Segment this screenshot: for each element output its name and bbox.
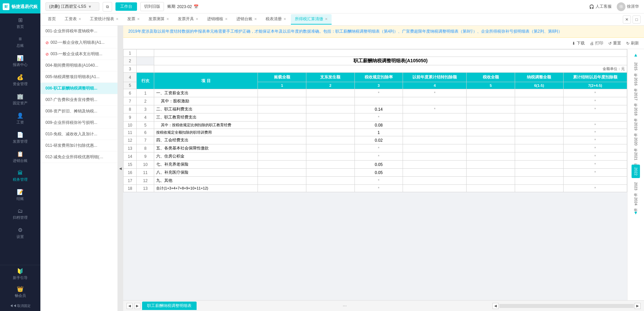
sidebar-item-tax[interactable]: 🏛 税务管理 bbox=[0, 167, 40, 185]
restore-button[interactable]: □ bbox=[633, 15, 641, 24]
tab-salary-report[interactable]: 工资统计报表 ✕ bbox=[86, 14, 123, 25]
tab-home[interactable]: 首页 bbox=[44, 14, 60, 25]
download-button[interactable]: ⬇ 下载 bbox=[572, 40, 585, 46]
tab-invoice-calc[interactable]: 发票测算 ✕ bbox=[144, 14, 173, 25]
sidebar-item-invoice[interactable]: 📄 发票管理 bbox=[0, 128, 40, 147]
copy-icon[interactable]: ⧉ bbox=[103, 2, 112, 11]
form-item-007[interactable]: 007-广告费和业务宣传费明... bbox=[40, 94, 117, 106]
year-2022[interactable]: 2022年 bbox=[632, 165, 640, 178]
tab-tax-annual-close[interactable]: ✕ bbox=[325, 17, 328, 21]
sidebar-label-home: 首页 bbox=[16, 24, 24, 29]
table-row: 2 职工薪酬纳税调整明细表(A105050) bbox=[124, 57, 627, 65]
workbench-button[interactable]: 工作台 bbox=[115, 2, 137, 11]
sidebar-item-finance[interactable]: 💰 资金管理 bbox=[0, 71, 40, 90]
year-2018[interactable]: 2018年 bbox=[632, 105, 640, 118]
tab-invoice-issue-label: 发票开具 bbox=[178, 16, 194, 22]
year-2020[interactable]: 2020年 bbox=[632, 135, 640, 148]
year-2021[interactable]: 2021年 bbox=[632, 149, 640, 163]
download-label: 下载 bbox=[577, 40, 585, 46]
sidebar-item-report[interactable]: 📊 报表中心 bbox=[0, 51, 40, 71]
tab-audit[interactable]: 进销稽核 ✕ bbox=[203, 14, 232, 25]
username: 徐涯华 bbox=[627, 4, 639, 9]
download-icon: ⬇ bbox=[572, 41, 575, 46]
tab-salary[interactable]: 工资表 ✕ bbox=[61, 14, 85, 25]
close-all-button[interactable]: ✕ bbox=[623, 15, 631, 24]
tab-invoice-issue[interactable]: 发票开具 ✕ bbox=[174, 14, 202, 25]
form-item-002[interactable]: ⊘ 002-一般企业收入明细表(A1... bbox=[40, 37, 117, 48]
bottom-tab-active[interactable]: 职工薪酬纳税调整明细表 bbox=[142, 302, 197, 310]
print-button[interactable]: 🖨 打印 bbox=[590, 40, 603, 46]
form-item-010[interactable]: 010-免税、减收收入及加计... bbox=[40, 129, 117, 140]
year-2019[interactable]: 2019年 bbox=[632, 119, 640, 133]
old-version-button[interactable]: 切到旧版 bbox=[140, 2, 164, 11]
tab-invoice-close[interactable]: ✕ bbox=[137, 17, 140, 21]
tab-salary-close[interactable]: ✕ bbox=[78, 17, 81, 21]
form-item-012-label: 012-减免企业所得税优惠明细(… bbox=[45, 154, 103, 160]
tab-tax-annual[interactable]: 所得税汇算清缴 ✕ bbox=[291, 14, 332, 25]
form-item-011[interactable]: 011-研发费用加计扣除优惠... bbox=[40, 140, 117, 151]
year-nav-down[interactable]: ▼ bbox=[632, 209, 640, 217]
year-2016[interactable]: 2016年 bbox=[632, 75, 640, 88]
form-item-012[interactable]: 012-减免企业所得税优惠明细(… bbox=[40, 151, 117, 163]
sidebar-label-report: 报表中心 bbox=[13, 62, 28, 67]
col-header-c: 账载全额 bbox=[258, 73, 306, 82]
tab-ledger[interactable]: 进销台账 ✕ bbox=[232, 14, 261, 25]
tab-audit-close[interactable]: ✕ bbox=[225, 17, 228, 21]
refresh-button[interactable]: ↻ 刷新 bbox=[626, 40, 639, 46]
scroll-right-button[interactable]: ▶ bbox=[134, 303, 140, 309]
sidebar-item-purchase-sales[interactable]: 📋 进销台账 bbox=[0, 147, 40, 167]
year-2024[interactable]: 2024年 bbox=[632, 195, 640, 208]
sidebar-item-closing[interactable]: 📝 结账 bbox=[0, 185, 40, 205]
table-row: 14 9 六、住房公积金 * * bbox=[124, 152, 627, 161]
support-label: 人工客服 bbox=[596, 4, 612, 9]
scroll-left-button[interactable]: ◀ bbox=[127, 303, 133, 309]
unpin-button[interactable]: ◀◀ 取消固定 bbox=[0, 301, 40, 311]
h-scrollbar[interactable] bbox=[499, 304, 634, 308]
form-item-009-label: 009-企业所得税弥补亏损明... bbox=[45, 120, 97, 126]
sidebar-item-assets[interactable]: 🏢 固定资产 bbox=[0, 90, 40, 109]
user-profile[interactable]: 徐 徐涯华 bbox=[617, 2, 639, 11]
sidebar-item-archive[interactable]: 🗂 归档管理 bbox=[0, 205, 40, 223]
year-nav-up[interactable]: ▲ bbox=[632, 51, 640, 59]
form-item-008[interactable]: 008-资产折旧、摊销及纳税... bbox=[40, 106, 117, 117]
form-item-005[interactable]: 005-纳税调整项目明细表(A1... bbox=[40, 71, 117, 83]
sidebar-item-guide[interactable]: 🔰 新手引导 bbox=[0, 265, 40, 283]
tab-invoice-issue-close[interactable]: ✕ bbox=[196, 17, 198, 21]
tab-salary-report-close[interactable]: ✕ bbox=[116, 17, 118, 21]
sidebar-label-member: 畅会员 bbox=[15, 293, 26, 298]
year-2015[interactable]: 2015年 bbox=[632, 60, 640, 73]
form-item-003[interactable]: ⊘ 003-一般企业成本支出明细... bbox=[40, 48, 117, 60]
tab-tax-list[interactable]: 税表清册 ✕ bbox=[262, 14, 290, 25]
sidebar-label-salary: 工资 bbox=[16, 120, 24, 125]
sidebar-item-home[interactable]: ⊞ 首页 bbox=[0, 13, 40, 33]
table-row: 12 7 四、工会经费支出 0.02 * bbox=[124, 136, 627, 144]
form-item-001[interactable]: 001-企业所得税年度纳税申... bbox=[40, 26, 117, 37]
form-item-004[interactable]: 004-期间费用明细表(A1040... bbox=[40, 60, 117, 71]
collapse-button[interactable]: ◀ bbox=[118, 26, 123, 311]
form-item-009[interactable]: 009-企业所得税弥补亏损明... bbox=[40, 117, 117, 129]
company-selector[interactable]: (勿删) 江西碧宝-LSS ▼ bbox=[45, 2, 99, 11]
sidebar-item-ledger[interactable]: ≡ 总账 bbox=[0, 33, 40, 51]
form-item-006[interactable]: 006-职工薪酬纳税调整明细... bbox=[40, 83, 117, 94]
form-item-002-label: 002-一般企业收入明细表(A1... bbox=[50, 40, 105, 45]
tab-tax-list-close[interactable]: ✕ bbox=[283, 17, 286, 21]
tab-invoice[interactable]: 发票 ✕ bbox=[123, 14, 144, 25]
h-scroll-left[interactable]: ◀ bbox=[493, 303, 499, 309]
more-icon[interactable]: ⋯ bbox=[343, 304, 347, 308]
tax-icon: 🏛 bbox=[18, 170, 23, 176]
reset-button[interactable]: ↺ 重置 bbox=[608, 40, 621, 46]
spreadsheet-content: 1 2 职工薪酬纳税调整明细表(A105050) 3 bbox=[123, 49, 627, 300]
sidebar-item-salary[interactable]: 👤 工资 bbox=[0, 109, 40, 128]
header-right: 🎧 人工客服 徐 徐涯华 bbox=[589, 2, 639, 11]
tab-salary-report-label: 工资统计报表 bbox=[90, 16, 114, 22]
support-button[interactable]: 🎧 人工客服 bbox=[589, 4, 612, 9]
year-2017[interactable]: 2017年 bbox=[632, 90, 640, 103]
table-row: 18 13 合计(1+3+4+7+8+9+10+11+12) * * bbox=[124, 185, 627, 192]
sidebar-item-settings[interactable]: ⚙ 设置 bbox=[0, 223, 40, 243]
year-2023[interactable]: 2023年 bbox=[632, 179, 640, 193]
calendar-icon[interactable]: 📅 bbox=[194, 4, 199, 9]
sidebar-item-member[interactable]: 👑 畅会员 bbox=[0, 283, 40, 301]
tab-ledger-close[interactable]: ✕ bbox=[254, 17, 257, 21]
tab-invoice-calc-close[interactable]: ✕ bbox=[166, 17, 169, 21]
h-scroll-right[interactable]: ▶ bbox=[635, 303, 641, 309]
